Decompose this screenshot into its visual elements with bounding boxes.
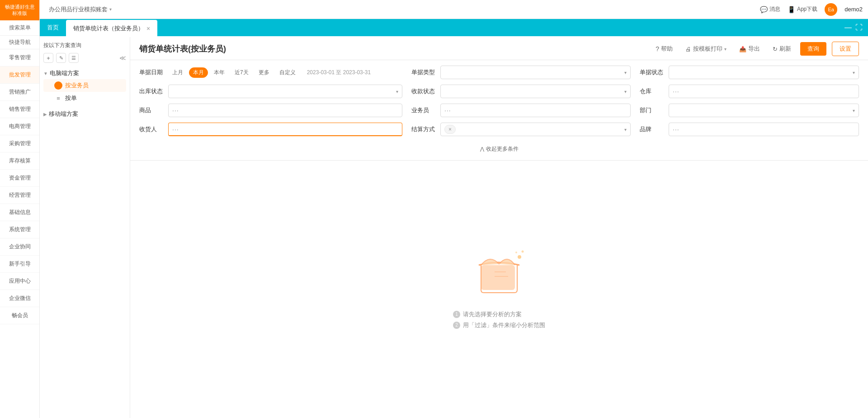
payment-status-label: 收款状态 <box>411 87 437 95</box>
print-label: 按模板打印 <box>693 45 722 53</box>
goods-input[interactable]: ··· <box>168 104 402 117</box>
sidebar-item-purchase[interactable]: 采购管理 <box>0 135 39 152</box>
left-panel: 按以下方案查询 + ✎ ☰ ≪ ▼ 电脑端方案 按业务员 ≡ <box>40 36 130 418</box>
sidebar-item-finance[interactable]: 资金管理 <box>0 170 39 187</box>
by-staff-icon <box>54 81 62 90</box>
sidebar: 畅捷通好生意 标准版 搜索菜单 快捷导航 零售管理 批发管理 营销推广 销售管理… <box>0 0 40 418</box>
tab-sales-stats[interactable]: 销货单统计表（按业务员） × <box>66 20 157 37</box>
tab-maximize-button[interactable]: ⛶ <box>855 24 863 32</box>
payment-status-filter-field: 收款状态 ▾ <box>411 85 631 98</box>
date-tab-last-7[interactable]: 近7天 <box>231 67 253 78</box>
content-area: 按以下方案查询 + ✎ ☰ ≪ ▼ 电脑端方案 按业务员 ≡ <box>40 36 868 418</box>
date-filter-field: 单据日期 上月 本月 本年 近7天 更多 自定义 2023-03-01 至 20… <box>139 67 402 78</box>
svg-point-1 <box>518 255 521 259</box>
settlement-input[interactable]: × ▾ <box>440 123 631 136</box>
help-button[interactable]: ? 帮助 <box>652 43 676 55</box>
sidebar-item-sales[interactable]: 销售管理 <box>0 101 39 118</box>
sidebar-item-operations[interactable]: 经营管理 <box>0 187 39 204</box>
date-tab-current-year[interactable]: 本年 <box>210 67 229 78</box>
sidebar-item-enterprise[interactable]: 企业协同 <box>0 238 39 256</box>
date-tab-current-month[interactable]: 本月 <box>189 67 208 78</box>
sidebar-item-basic[interactable]: 基础信息 <box>0 204 39 221</box>
sidebar-quick-nav[interactable]: 快捷导航 <box>0 36 39 49</box>
date-filter: 上月 本月 本年 近7天 更多 自定义 2023-03-01 至 2023-03… <box>168 67 402 78</box>
doc-type-input[interactable]: ▾ <box>440 66 631 79</box>
scheme-item-by-order[interactable]: ≡ 按单 <box>43 92 126 104</box>
sidebar-item-members[interactable]: 畅会员 <box>0 307 39 324</box>
left-panel-title: 按以下方案查询 <box>43 42 126 49</box>
print-button[interactable]: 🖨 按模板打印 ▾ <box>682 43 730 55</box>
svg-point-3 <box>515 252 517 253</box>
sidebar-item-retail[interactable]: 零售管理 <box>0 49 39 66</box>
sidebar-item-system[interactable]: 系统管理 <box>0 221 39 238</box>
sidebar-item-inventory[interactable]: 库存核算 <box>0 152 39 170</box>
department-label: 部门 <box>640 106 665 114</box>
sidebar-search[interactable]: 搜索菜单 <box>0 20 39 36</box>
empty-svg <box>472 247 526 297</box>
settings-button[interactable]: 设置 <box>832 42 859 56</box>
scheme-item-by-staff[interactable]: 按业务员 <box>43 79 126 92</box>
message-button[interactable]: 💬 消息 <box>760 5 780 13</box>
query-button[interactable]: 查询 <box>800 42 826 56</box>
date-tab-last-month[interactable]: 上月 <box>168 67 187 78</box>
empty-state: 1 请先选择要分析的方案 2 用「过滤」条件来缩小分析范围 <box>130 161 868 418</box>
mobile-scheme-header[interactable]: ▶ 移动端方案 <box>43 108 126 120</box>
user-avatar[interactable]: Ea <box>825 3 837 16</box>
sidebar-item-wechat[interactable]: 企业微信 <box>0 290 39 307</box>
edit-scheme-button[interactable]: ✎ <box>56 53 66 63</box>
export-button[interactable]: 📤 导出 <box>736 43 764 55</box>
by-order-icon: ≡ <box>54 94 62 102</box>
app-selector-label: 办公用品行业模拟账套 <box>49 5 108 14</box>
doc-status-label: 单据状态 <box>640 68 665 76</box>
staff-input[interactable]: ··· <box>440 104 631 117</box>
brand-label: 品牌 <box>640 125 665 133</box>
brand-input[interactable]: ··· <box>669 123 859 136</box>
app-selector[interactable]: 办公用品行业模拟账套 ▾ <box>45 4 115 15</box>
doc-status-chevron: ▾ <box>853 70 855 75</box>
settlement-tag-close[interactable]: × <box>448 126 452 133</box>
out-status-input[interactable]: ▾ <box>168 85 402 98</box>
warehouse-input[interactable]: ··· <box>669 85 859 98</box>
tab-home[interactable]: 首页 <box>40 19 66 36</box>
search-label: 搜索菜单 <box>9 24 31 31</box>
filter-area: 单据日期 上月 本月 本年 近7天 更多 自定义 2023-03-01 至 20… <box>130 60 868 161</box>
app-download-button[interactable]: 📱 App下载 <box>788 5 817 13</box>
collapse-panel-button[interactable]: ≪ <box>119 54 126 62</box>
add-scheme-button[interactable]: + <box>43 53 53 63</box>
tab-home-label: 首页 <box>47 24 59 32</box>
sidebar-item-apps[interactable]: 应用中心 <box>0 273 39 290</box>
payment-status-input[interactable]: ▾ <box>440 85 631 98</box>
desktop-scheme-header[interactable]: ▼ 电脑端方案 <box>43 67 126 79</box>
recipient-input[interactable]: ··· <box>168 123 402 136</box>
more-scheme-button[interactable]: ☰ <box>69 53 79 63</box>
desktop-scheme-section: ▼ 电脑端方案 按业务员 ≡ 按单 <box>43 67 126 104</box>
empty-hint-2: 2 用「过滤」条件来缩小分析范围 <box>453 321 545 329</box>
mobile-scheme-label: 移动端方案 <box>49 110 78 118</box>
logo[interactable]: 畅捷通好生意 标准版 <box>0 0 39 20</box>
doc-status-input[interactable]: ▾ <box>669 66 859 79</box>
sidebar-item-wholesale[interactable]: 批发管理 <box>0 66 39 84</box>
collapse-label: 收起更多条件 <box>486 145 519 153</box>
settlement-chevron: ▾ <box>624 127 627 132</box>
tab-close-icon[interactable]: × <box>146 25 150 32</box>
sidebar-item-newbie[interactable]: 新手引导 <box>0 256 39 273</box>
department-input[interactable]: ▾ <box>669 104 859 117</box>
tab-minimize-button[interactable]: — <box>844 24 852 32</box>
refresh-button[interactable]: ↻ 刷新 <box>769 43 795 55</box>
navbar-right: 💬 消息 📱 App下载 Ea demo2 <box>760 3 863 16</box>
filter-row-1: 单据日期 上月 本月 本年 近7天 更多 自定义 2023-03-01 至 20… <box>139 66 859 79</box>
sidebar-item-marketing[interactable]: 营销推广 <box>0 84 39 101</box>
goods-filter-field: 商品 ··· <box>139 104 402 117</box>
date-tab-more[interactable]: 更多 <box>255 67 274 78</box>
sidebar-item-ecommerce[interactable]: 电商管理 <box>0 118 39 135</box>
main-area: 办公用品行业模拟账套 ▾ 💬 消息 📱 App下载 Ea demo2 首页 销货… <box>40 0 868 418</box>
collapse-conditions-button[interactable]: ⋀ 收起更多条件 <box>139 142 859 155</box>
user-name[interactable]: demo2 <box>844 6 863 13</box>
scheme-item-by-order-label: 按单 <box>65 94 77 102</box>
doc-status-filter-field: 单据状态 ▾ <box>640 66 859 79</box>
warehouse-label: 仓库 <box>640 87 665 95</box>
date-tab-custom[interactable]: 自定义 <box>275 67 300 78</box>
filter-row-2: 出库状态 ▾ 收款状态 ▾ <box>139 85 859 98</box>
mobile-scheme-section: ▶ 移动端方案 <box>43 108 126 120</box>
desktop-scheme-arrow: ▼ <box>43 71 48 76</box>
